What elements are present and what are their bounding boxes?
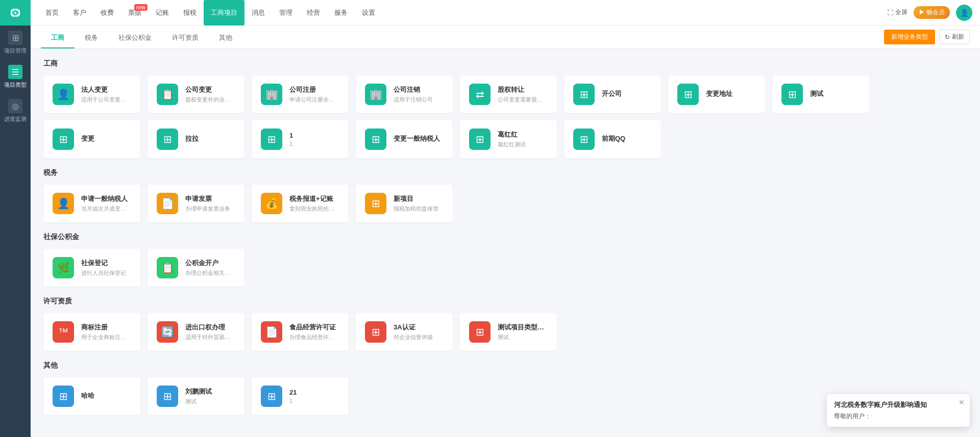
card-desc: 测试 (498, 333, 548, 341)
tab-other[interactable]: 其他 (209, 27, 242, 48)
card-name: 1 (289, 132, 339, 139)
card-icon: ⊞ (157, 385, 178, 407)
sidebar-logo[interactable] (0, 0, 31, 25)
card-icon: 🏢 (261, 84, 282, 105)
project-manage-icon: ⊞ (8, 31, 22, 45)
card-icon: 📄 (157, 193, 178, 214)
tab-social[interactable]: 社保公积金 (108, 27, 162, 48)
tab-license[interactable]: 许可资质 (162, 27, 209, 48)
card-twentyone[interactable]: ⊞ 21 1 (252, 377, 349, 415)
add-type-button[interactable]: 新增业务类型 (884, 30, 935, 44)
nav-settings[interactable]: 设置 (355, 0, 382, 25)
card-trademark[interactable]: ™ 商标注册 用于企业商标注册服务 (43, 313, 140, 351)
sidebar-item-label: 项目管理 (4, 47, 27, 55)
refresh-button[interactable]: ↻ 刷新 (939, 30, 970, 44)
sidebar-item-project-manage[interactable]: ⊞ 项目管理 (0, 25, 31, 60)
nav-billing[interactable]: 收费 (93, 0, 121, 25)
card-company-change[interactable]: 📋 公司变更 股权变更外的业务变更 (148, 75, 244, 113)
card-import-export[interactable]: 🔄 进出口权办理 适用于对外贸易经营者 (148, 313, 244, 351)
card-name: 公司注册 (289, 85, 339, 94)
card-name: 公积金开户 (185, 259, 235, 268)
nav-manage[interactable]: 管理 (272, 0, 300, 25)
card-icon: 🔄 (157, 321, 178, 343)
card-company-cancel[interactable]: 🏢 公司注销 适用于注销公司 (356, 75, 453, 113)
card-icon: ™ (53, 321, 74, 343)
nav-home[interactable]: 首页 (38, 0, 66, 25)
card-icon: 🌿 (53, 257, 74, 278)
nav-accounting[interactable]: 记账 (149, 0, 176, 25)
card-ge-hong-hong[interactable]: ⊞ 葛红红 葛红红测试 (460, 120, 557, 158)
card-name: 食品经营许可证 (289, 323, 339, 332)
card-company-register[interactable]: 🏢 公司注册 申请公司注册全流程 (252, 75, 349, 113)
card-desc: 办理申请发票业务 (185, 205, 235, 213)
card-name: 测试 (810, 89, 860, 98)
card-icon: ⊞ (365, 321, 386, 343)
nav-customer[interactable]: 客户 (66, 0, 93, 25)
sidebar-item-project-type[interactable]: ☰ 项目类型 (0, 60, 31, 94)
card-one[interactable]: ⊞ 1 1 (252, 120, 349, 158)
card-social-register[interactable]: 🌿 社保登记 进行人员社保登记 (43, 249, 140, 287)
tab-business[interactable]: 工商 (41, 27, 75, 48)
card-desc: 测试 (185, 398, 235, 405)
fullscreen-btn[interactable]: ⛶ 全屏 (887, 8, 908, 17)
card-desc: 适用于对外贸易经营者 (185, 333, 235, 341)
card-lala[interactable]: ⊞ 拉拉 (148, 120, 244, 158)
card-name: 申请一般纳税人 (81, 194, 131, 203)
card-equity-transfer[interactable]: ⇄ 股权转让 公司变更需要股权转让 (460, 75, 557, 113)
nav-message[interactable]: 消息 (244, 0, 272, 25)
card-name: 税务报道+记账 (289, 194, 339, 203)
card-icon: ⊞ (53, 128, 74, 150)
vip-button[interactable]: ▶ 畅会员 (914, 6, 950, 19)
card-desc: 1 (289, 141, 339, 147)
card-desc: 公司变更需要股权转让 (498, 96, 548, 104)
card-change-taxpayer[interactable]: ⊞ 变更一般纳税人 (356, 120, 453, 158)
card-fund-open[interactable]: 📋 公积金开户 办理公积金相关业务 (148, 249, 244, 287)
tab-tax[interactable]: 税务 (75, 27, 108, 48)
nav-service[interactable]: 服务 (327, 0, 355, 25)
sidebar-item-progress-monitor[interactable]: ◎ 进度监测 (0, 94, 31, 128)
card-icon: ⊞ (573, 128, 595, 150)
card-icon: ⊞ (261, 128, 282, 150)
card-change-address[interactable]: ⊞ 变更地址 (668, 75, 765, 113)
card-3a-cert[interactable]: ⊞ 3A认证 对企业信誉评级 (356, 313, 453, 351)
card-name: 申请发票 (185, 194, 235, 203)
card-test[interactable]: ⊞ 测试 (772, 75, 869, 113)
nav-business[interactable]: 工商项目 (204, 0, 244, 25)
sidebar-item-label: 进度监测 (4, 115, 27, 123)
card-apply-taxpayer[interactable]: 👤 申请一般纳税人 当月或次月成变更完成 (43, 185, 140, 222)
card-icon: 📋 (157, 84, 178, 105)
card-liupeng-test[interactable]: ⊞ 刘鹏测试 测试 (148, 377, 244, 415)
content-area: 工商 税务 社保公积金 许可资质 其他 新增业务类型 ↻ 刷新 工商 👤 (31, 25, 980, 437)
card-apply-invoice[interactable]: 📄 申请发票 办理申请发票业务 (148, 185, 244, 222)
card-name: 前期QQ (602, 134, 652, 143)
refresh-icon: ↻ (945, 34, 950, 41)
card-icon: ⊞ (781, 84, 803, 105)
card-icon: 📋 (157, 257, 178, 278)
card-name: 股权转让 (498, 85, 548, 94)
social-cards: 🌿 社保登记 进行人员社保登记 📋 公积金开户 办理公积金相关业务 (43, 249, 967, 287)
user-avatar[interactable]: 👤 (956, 5, 972, 21)
card-icon: ⊞ (469, 321, 491, 343)
card-legal-change[interactable]: 👤 法人变更 适用于公司变更法人 (43, 75, 140, 113)
nav-invoice[interactable]: 票据 new (121, 0, 149, 25)
card-icon: ⊞ (573, 84, 595, 105)
card-change[interactable]: ⊞ 变更 (43, 120, 140, 158)
page-content: 工商 👤 法人变更 适用于公司变更法人 📋 公司变更 股权变更外的业务变更 (31, 49, 980, 437)
sidebar-item-label: 项目类型 (4, 81, 27, 89)
card-name: 进出口权办理 (185, 323, 235, 332)
notification-title: 河北税务数字账户升级影响通知 (834, 400, 963, 409)
tab-bar: 工商 税务 社保公积金 许可资质 其他 新增业务类型 ↻ 刷新 (31, 25, 980, 49)
card-food-license[interactable]: 📄 食品经营许可证 办理食品经营许可证 (252, 313, 349, 351)
card-name: 拉拉 (185, 134, 235, 143)
card-open-company[interactable]: ⊞ 开公司 (564, 75, 661, 113)
nav-tax[interactable]: 报税 (176, 0, 204, 25)
card-pre-qq[interactable]: ⊞ 前期QQ (564, 120, 661, 158)
nav-operation[interactable]: 经营 (300, 0, 327, 25)
card-tax-report[interactable]: 💰 税务报道+记账 拿到营业执照的新公司 (252, 185, 349, 222)
svg-point-2 (14, 12, 17, 14)
card-new-project[interactable]: ⊞ 新项目 报税加税控盘保管 (356, 185, 453, 222)
notification-close-button[interactable]: ✕ (959, 398, 965, 406)
card-desc: 办理公积金相关业务 (185, 269, 235, 277)
card-test-type[interactable]: ⊞ 测试项目类型目定义 测试 (460, 313, 557, 351)
card-haha[interactable]: ⊞ 哈哈 (43, 377, 140, 415)
